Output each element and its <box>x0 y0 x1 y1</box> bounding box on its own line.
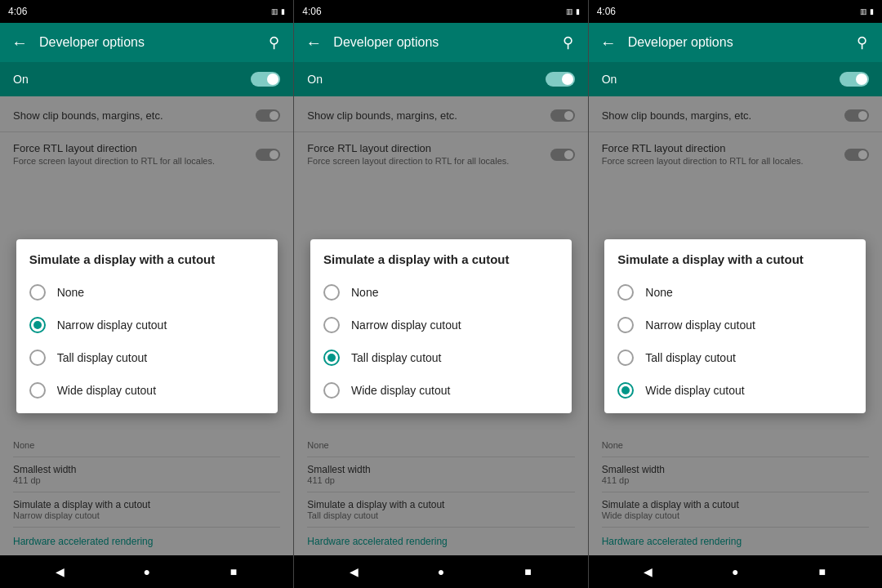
nav-recent[interactable]: ■ <box>221 565 246 578</box>
back-button[interactable]: ← <box>301 33 327 52</box>
search-button[interactable]: ⚲ <box>261 33 287 51</box>
radio-option-1[interactable]: Narrow display cutout <box>16 309 278 341</box>
radio-label-3: Wide display cutout <box>351 384 450 397</box>
nav-home[interactable]: ● <box>429 565 453 578</box>
toolbar-title: Developer options <box>333 35 548 50</box>
dialog-overlay: Simulate a display with a cutout None Na… <box>0 96 293 555</box>
radio-circle-0 <box>323 284 340 301</box>
screen-3: 4:06 ▥ ▮ ← Developer options ⚲ On Sh <box>589 0 882 588</box>
toggle-switch[interactable] <box>840 72 869 87</box>
radio-circle-3 <box>29 382 46 399</box>
nav-recent[interactable]: ■ <box>515 565 540 578</box>
radio-label-2: Tall display cutout <box>351 351 442 364</box>
nav-back[interactable]: ◀ <box>47 565 72 578</box>
radio-circle-1 <box>617 317 634 333</box>
dialog-overlay: Simulate a display with a cutout None Na… <box>294 96 587 555</box>
toggle-bar: On <box>0 62 293 96</box>
radio-circle-1 <box>29 317 46 333</box>
status-time: 4:06 <box>597 6 616 17</box>
radio-option-0[interactable]: None <box>16 276 278 309</box>
dialog-title: Simulate a display with a cutout <box>604 252 866 276</box>
status-time: 4:06 <box>302 6 321 17</box>
radio-circle-2 <box>323 350 340 366</box>
nav-bar: ◀ ● ■ <box>0 555 293 588</box>
radio-label-2: Tall display cutout <box>645 351 736 364</box>
status-icons: ▥ ▮ <box>566 7 580 16</box>
toggle-switch[interactable] <box>546 72 575 87</box>
radio-option-3[interactable]: Wide display cutout <box>310 374 572 407</box>
toggle-label: On <box>13 73 29 86</box>
notch <box>710 0 760 16</box>
radio-circle-0 <box>29 284 46 301</box>
dialog: Simulate a display with a cutout None Na… <box>604 239 866 413</box>
radio-label-3: Wide display cutout <box>645 384 744 397</box>
screen-2: 4:06 ▥ ▮ ← Developer options ⚲ On Sh <box>294 0 588 588</box>
screens-container: 4:06 ▥ ▮ ← Developer options ⚲ On Sh <box>0 0 882 588</box>
radio-label-0: None <box>57 286 84 299</box>
battery-icon: ▮ <box>281 7 285 16</box>
notch <box>416 0 466 16</box>
toggle-bar: On <box>294 62 587 96</box>
radio-option-2[interactable]: Tall display cutout <box>16 341 278 374</box>
search-button[interactable]: ⚲ <box>555 33 581 51</box>
signal-icon: ▥ <box>566 7 573 16</box>
radio-circle-3 <box>323 382 340 399</box>
radio-circle-1 <box>323 317 340 333</box>
nav-back[interactable]: ◀ <box>342 565 367 578</box>
radio-option-2[interactable]: Tall display cutout <box>604 341 866 374</box>
nav-back[interactable]: ◀ <box>636 565 661 578</box>
status-icons: ▥ ▮ <box>860 7 874 16</box>
radio-circle-0 <box>617 284 634 301</box>
dialog-overlay: Simulate a display with a cutout None Na… <box>589 96 882 555</box>
signal-icon: ▥ <box>860 7 867 16</box>
screen-1: 4:06 ▥ ▮ ← Developer options ⚲ On Sh <box>0 0 294 588</box>
toggle-bar: On <box>589 62 882 96</box>
status-bar: 4:06 ▥ ▮ <box>294 0 587 23</box>
toolbar: ← Developer options ⚲ <box>589 23 882 62</box>
radio-option-1[interactable]: Narrow display cutout <box>310 309 572 341</box>
content-area: Show clip bounds, margins, etc. Force RT… <box>294 96 587 555</box>
notch <box>122 0 172 16</box>
nav-home[interactable]: ● <box>135 565 159 578</box>
nav-recent[interactable]: ■ <box>810 565 835 578</box>
dialog: Simulate a display with a cutout None Na… <box>310 239 572 413</box>
radio-option-2[interactable]: Tall display cutout <box>310 341 572 374</box>
radio-circle-2 <box>29 350 46 366</box>
radio-option-3[interactable]: Wide display cutout <box>16 374 278 407</box>
back-button[interactable]: ← <box>7 33 33 52</box>
radio-label-0: None <box>351 286 378 299</box>
radio-option-0[interactable]: None <box>310 276 572 309</box>
toolbar: ← Developer options ⚲ <box>294 23 587 62</box>
content-area: Show clip bounds, margins, etc. Force RT… <box>0 96 293 555</box>
nav-bar: ◀ ● ■ <box>294 555 587 588</box>
content-area: Show clip bounds, margins, etc. Force RT… <box>589 96 882 555</box>
radio-option-1[interactable]: Narrow display cutout <box>604 309 866 341</box>
radio-label-3: Wide display cutout <box>57 384 156 397</box>
toggle-switch[interactable] <box>251 72 280 87</box>
status-icons: ▥ ▮ <box>271 7 285 16</box>
nav-bar: ◀ ● ■ <box>589 555 882 588</box>
radio-option-3[interactable]: Wide display cutout <box>604 374 866 407</box>
status-time: 4:06 <box>8 6 27 17</box>
radio-label-0: None <box>645 286 672 299</box>
radio-option-0[interactable]: None <box>604 276 866 309</box>
radio-label-1: Narrow display cutout <box>645 318 755 332</box>
status-bar: 4:06 ▥ ▮ <box>0 0 293 23</box>
toggle-label: On <box>307 73 323 86</box>
signal-icon: ▥ <box>271 7 278 16</box>
radio-circle-3 <box>617 382 634 399</box>
nav-home[interactable]: ● <box>723 565 747 578</box>
battery-icon: ▮ <box>576 7 580 16</box>
status-bar: 4:06 ▥ ▮ <box>589 0 882 23</box>
back-button[interactable]: ← <box>595 33 621 52</box>
search-button[interactable]: ⚲ <box>849 33 875 51</box>
battery-icon: ▮ <box>870 7 874 16</box>
toolbar-title: Developer options <box>628 35 843 50</box>
dialog-title: Simulate a display with a cutout <box>16 252 278 276</box>
toggle-label: On <box>602 73 617 86</box>
dialog: Simulate a display with a cutout None Na… <box>16 239 278 413</box>
radio-circle-2 <box>617 350 634 366</box>
toolbar: ← Developer options ⚲ <box>0 23 293 62</box>
radio-label-1: Narrow display cutout <box>57 318 167 332</box>
radio-label-2: Tall display cutout <box>57 351 148 364</box>
